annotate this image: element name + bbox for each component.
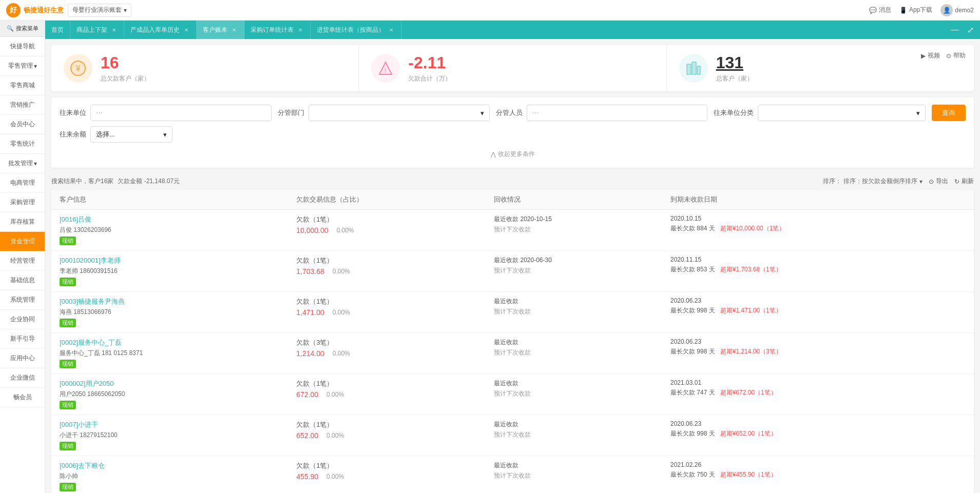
video-btn[interactable]: ▶ 视频 [921, 51, 940, 60]
sidebar-item-app-center[interactable]: 应用中心 [0, 349, 45, 368]
sidebar-item-retail-store[interactable]: 零售商城 [0, 76, 45, 95]
customer-name-1[interactable]: [0001020001]李老师 [60, 256, 280, 265]
sidebar-item-ops-mgmt[interactable]: 经营管理 [0, 251, 45, 271]
unit-classify-select[interactable]: ▾ [758, 105, 926, 121]
td-recovery-4: 最近收款 预计下次收款 [486, 374, 662, 415]
sidebar-item-inventory[interactable]: 库存核算 [0, 212, 45, 232]
tab-home[interactable]: 首页 [45, 21, 70, 39]
overdue-link-3[interactable]: 超期¥1,214.00（3笔） [720, 347, 782, 356]
recovery-label-3: 预计下次收款 [494, 348, 654, 357]
sidebar-item-ecom-mgmt[interactable]: 电商管理 [0, 173, 45, 193]
sidebar-item-batch-mgmt[interactable]: 批发管理 ▾ [0, 154, 45, 173]
th-overdue: 到期未收款日期 [662, 190, 974, 210]
customer-name-4[interactable]: [000002]用户2050 [60, 379, 280, 388]
balance-select[interactable]: 选择... ▾ [90, 126, 172, 143]
export-btn[interactable]: ⊙ 导出 [929, 177, 948, 186]
message-btn[interactable]: 💬 消息 [869, 6, 891, 14]
from-unit-input[interactable] [90, 105, 272, 121]
td-customer-5: [0007]小进干 小进干 18279152100 现销 [51, 415, 288, 456]
tab-purchase-goods[interactable]: 进货单统计表（按商品） ✕ [311, 21, 401, 39]
filter-label-from-unit: 往来单位 [60, 108, 86, 117]
customer-name-3[interactable]: [0002]服务中心_丁磊 [60, 338, 280, 347]
sidebar-item-new-guide[interactable]: 新手引导 [0, 329, 45, 349]
tabs-expand-icon[interactable]: ⤢ [965, 24, 976, 36]
collapse-btn[interactable]: ⋀ 收起更多条件 [60, 148, 966, 161]
debt-amount-4[interactable]: 672.00 [296, 390, 318, 399]
recovery-date-6: 最近收款 [494, 461, 654, 470]
help-btn[interactable]: ⊙ 帮助 [946, 51, 966, 60]
sidebar-item-label: 电商管理 [10, 179, 35, 187]
sidebar-item-quick-nav[interactable]: 快捷导航 [0, 37, 45, 56]
tabs-minimize-icon[interactable]: — [949, 24, 961, 35]
logo-text: 畅捷通好生意 [24, 6, 64, 15]
dept-select[interactable]: ▾ [309, 105, 490, 121]
overdue-date-6: 2021.02.26 [670, 461, 966, 468]
sidebar-item-sys-mgmt[interactable]: 系统管理 [0, 290, 45, 310]
sidebar-item-marketing[interactable]: 营销推广 [0, 95, 45, 115]
overdue-link-2[interactable]: 超期¥1,471.00（1笔） [720, 306, 782, 315]
customer-name-5[interactable]: [0007]小进干 [60, 420, 280, 429]
search-icon: 🔍 [7, 25, 14, 32]
tab-product-in[interactable]: 产成品入库单历史 ✕ [124, 21, 197, 39]
sidebar-item-basic-info[interactable]: 基础信息 [0, 271, 45, 290]
app-download-btn[interactable]: 📱 App下载 [899, 6, 932, 14]
tab-product-off[interactable]: 商品上下架 ✕ [70, 21, 124, 39]
overdue-link-5[interactable]: 超期¥652.00（1笔） [720, 429, 777, 438]
customer-name-2[interactable]: [0003]畅捷服务尹海燕 [60, 297, 280, 306]
overdue-link-1[interactable]: 超期¥1,703.68（1笔） [720, 265, 782, 274]
debt-amount-6[interactable]: 455.90 [296, 472, 318, 481]
debt-percent-3: 0.00% [333, 350, 350, 357]
svg-rect-6 [697, 66, 700, 74]
sidebar-item-enterprise-collab[interactable]: 企业协同 [0, 310, 45, 329]
debt-amount-1[interactable]: 1,703.68 [296, 267, 324, 275]
sidebar-item-enterprise-wechat[interactable]: 企业微信 [0, 368, 45, 388]
overdue-link-6[interactable]: 超期¥455.90（1笔） [720, 470, 777, 479]
tab-label: 首页 [51, 26, 64, 34]
tab-close-icon[interactable]: ✕ [183, 27, 190, 33]
debt-amount-2[interactable]: 1,471.00 [296, 308, 324, 317]
manager-input[interactable] [527, 105, 708, 121]
td-recovery-1: 最近收款 2020-06-30 预计下次收款 [486, 251, 662, 292]
video-icon: ▶ [921, 52, 926, 60]
sidebar-item-label: 畅会员 [13, 393, 32, 402]
sidebar-search[interactable]: 🔍 搜索菜单 [0, 21, 45, 37]
debt-amount-3[interactable]: 1,214.00 [296, 349, 324, 358]
debt-count-2: 欠款（1笔） [296, 297, 477, 306]
debt-amount-0[interactable]: 10,000.00 [296, 226, 328, 234]
data-table-wrapper: 客户信息 欠款交易信息（占比） 回收情况 到期未收款日期 [0016]吕俊 吕俊… [51, 190, 974, 493]
refresh-btn[interactable]: ↻ 刷新 [954, 177, 974, 186]
company-select[interactable]: 母婴行业演示账套 ▾ [68, 4, 131, 17]
recovery-label-0: 预计下次收款 [494, 225, 654, 234]
sidebar-item-super-member[interactable]: 畅会员 [0, 388, 45, 407]
tab-close-icon[interactable]: ✕ [388, 27, 395, 33]
sidebar-item-finance-mgmt[interactable]: 资金管理 [0, 232, 45, 251]
tab-close-icon[interactable]: ✕ [230, 27, 238, 33]
overdue-link-0[interactable]: 超期¥10,000.00（1笔） [720, 224, 785, 233]
tab-purchase-stat[interactable]: 采购订单统计表 ✕ [244, 21, 311, 39]
sidebar-item-purchase-mgmt[interactable]: 采购管理 [0, 193, 45, 212]
customer-contact-3: 服务中心_丁磊 181 0125 8371 [60, 349, 280, 358]
sidebar-item-member-center[interactable]: 会员中心 [0, 115, 45, 134]
tab-customer-account[interactable]: 客户账本 ✕ [197, 21, 244, 39]
customer-name-0[interactable]: [0016]吕俊 [60, 215, 280, 224]
td-overdue-0: 2020.10.15 最长欠款 884 天 超期¥10,000.00（1笔） [662, 210, 974, 251]
sort-arrow-icon: ▾ [919, 178, 923, 185]
td-debt-0: 欠款（1笔） 10,000.00 0.00% [288, 210, 486, 251]
logo-area: 好 畅捷通好生意 [6, 3, 64, 17]
stat-card-total: 131 总客户（家） ▶ 视频 ⊙ 帮助 [667, 45, 974, 91]
svg-text:¥: ¥ [75, 64, 81, 73]
tabs-actions: — ⤢ [949, 24, 980, 36]
filter-label-dept: 分管部门 [278, 108, 304, 117]
debt-amount-5[interactable]: 652.00 [296, 431, 318, 440]
tab-close-icon[interactable]: ✕ [297, 27, 304, 33]
stat-label-customers: 总欠款客户（家） [101, 74, 346, 83]
user-area[interactable]: 👤 demo2 [940, 4, 974, 16]
tab-close-icon[interactable]: ✕ [110, 27, 118, 33]
sidebar-item-retail-mgmt[interactable]: 零售管理 ▾ [0, 56, 45, 76]
sort-select[interactable]: 排序： 排序：按欠款金额倒序排序 ▾ [823, 177, 923, 186]
query-button[interactable]: 查询 [932, 105, 966, 121]
overdue-link-4[interactable]: 超期¥672.00（1笔） [720, 388, 777, 397]
sidebar-item-retail-stat[interactable]: 零售统计 [0, 134, 45, 154]
chevron-down-icon: ▾ [34, 63, 37, 70]
customer-name-6[interactable]: [0006]去下粮仓 [60, 461, 280, 470]
